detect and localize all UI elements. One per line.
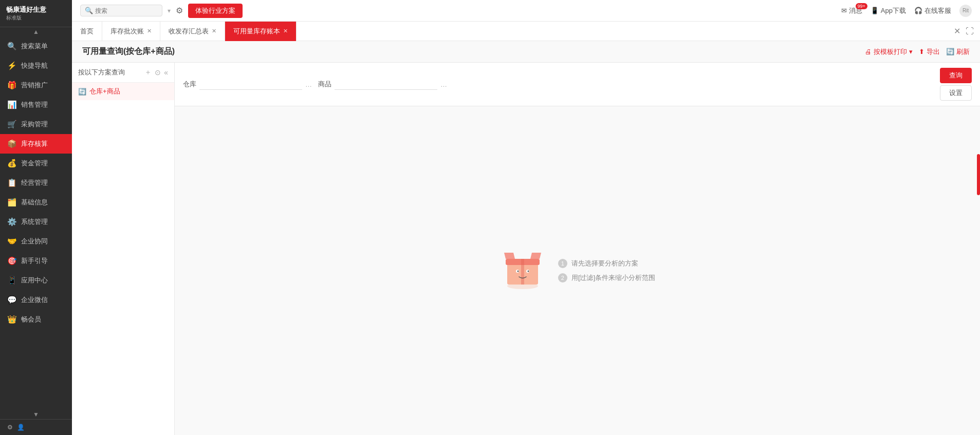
page-title: 可用量查询(按仓库+商品) [82, 46, 175, 57]
empty-box-illustration [500, 248, 546, 294]
sidebar-item-operation[interactable]: 📋经营管理 [0, 173, 72, 193]
topbar-chevron-icon[interactable]: ▾ [168, 7, 171, 14]
page-header-actions: 🖨 按模板打印 ▾ ⬆ 导出 🔄 刷新 [865, 47, 970, 56]
enterprise-icon: 🤝 [7, 237, 17, 246]
refresh-action[interactable]: 🔄 刷新 [946, 47, 970, 56]
tabs-expand-button[interactable]: ⛶ [964, 25, 976, 38]
finance-icon: 💰 [7, 159, 17, 168]
warehouse-more-button[interactable]: … [305, 81, 312, 88]
marketing-icon: 🎁 [7, 81, 17, 90]
product-more-button[interactable]: … [440, 81, 447, 88]
export-icon: ⬆ [919, 48, 924, 55]
topbar-gear-icon[interactable]: ⚙ [176, 6, 183, 15]
tab-summary[interactable]: 收发存汇总表✕ [160, 22, 225, 41]
message-button[interactable]: ✉ 消息 99+ [841, 6, 862, 15]
empty-tip-1: 1请先选择要分析的方案 [558, 259, 655, 268]
empty-tips: 1请先选择要分析的方案2用[过滤]条件来缩小分析范围 [558, 259, 655, 282]
app-download-button[interactable]: 📱 App下载 [871, 6, 906, 15]
scheme-item-warehouse-product[interactable]: 🔄仓库+商品 [72, 83, 174, 100]
tab-close-batch-icon[interactable]: ✕ [147, 28, 152, 34]
empty-state: 1请先选择要分析的方案2用[过滤]条件来缩小分析范围 [175, 106, 980, 435]
user-icon: 👤 [17, 424, 25, 431]
warehouse-input[interactable] [199, 79, 302, 90]
search-icon: 🔍 [85, 7, 93, 14]
tab-home[interactable]: 首页 [72, 22, 102, 41]
collapse-panel-button[interactable]: « [164, 68, 168, 77]
warehouse-filter: 仓库 … [183, 79, 312, 90]
tip-num-1: 1 [558, 259, 567, 268]
warehouse-label: 仓库 [183, 80, 196, 89]
online-support-button[interactable]: 🎧 在线客服 [914, 6, 951, 15]
basic-icon: 🗂️ [7, 198, 17, 207]
sidebar-item-system[interactable]: ⚙️系统管理 [0, 212, 72, 232]
filter-bar: 仓库 … 商品 … 查询 设置 [175, 63, 980, 106]
message-badge: 99+ [856, 3, 867, 9]
svg-marker-3 [504, 253, 515, 259]
left-panel-title: 按以下方案查询 [78, 68, 125, 77]
sidebar-item-sales[interactable]: 📊销售管理 [0, 95, 72, 115]
sidebar-item-inventory[interactable]: 📦库存核算 [0, 134, 72, 154]
avatar[interactable]: Rit [959, 5, 972, 17]
app-icon: 📱 [7, 276, 17, 285]
left-panel: 按以下方案查询 ＋ ⊙ « 🔄仓库+商品 [72, 63, 175, 435]
left-panel-actions: ＋ ⊙ « [144, 68, 168, 77]
search-input[interactable] [95, 7, 157, 14]
left-panel-header: 按以下方案查询 ＋ ⊙ « [72, 63, 174, 83]
product-filter: 商品 … [318, 79, 447, 90]
sidebar: 畅康通好生意 标准版 ▲ 🔍搜索菜单⚡快捷导航🎁营销推广📊销售管理🛒采购管理📦库… [0, 0, 72, 435]
query-button[interactable]: 查询 [940, 68, 972, 83]
purchase-icon: 🛒 [7, 120, 17, 129]
sidebar-item-enterprise[interactable]: 🤝企业协同 [0, 232, 72, 251]
sidebar-item-basic[interactable]: 🗂️基础信息 [0, 193, 72, 212]
app-icon: 📱 [871, 7, 879, 14]
content-area: 按以下方案查询 ＋ ⊙ « 🔄仓库+商品 仓库 … 商品 [72, 63, 980, 435]
tabs-bar: 首页库存批次账✕收发存汇总表✕可用量库存账本✕ ✕ ⛶ [72, 22, 980, 41]
brand-name: 畅康通好生意 [6, 5, 66, 14]
empty-tip-2: 2用[过滤]条件来缩小分析范围 [558, 273, 655, 282]
sidebar-item-newbie[interactable]: 🎯新手引导 [0, 251, 72, 271]
tab-close-summary-icon[interactable]: ✕ [212, 28, 216, 34]
sidebar-item-marketing[interactable]: 🎁营销推广 [0, 75, 72, 95]
sidebar-item-member[interactable]: 👑畅会员 [0, 310, 72, 329]
industry-solution-button[interactable]: 体验行业方案 [188, 4, 243, 18]
sidebar-item-search[interactable]: 🔍搜索菜单 [0, 36, 72, 56]
sidebar-item-finance[interactable]: 💰资金管理 [0, 154, 72, 173]
sidebar-item-app[interactable]: 📱应用中心 [0, 271, 72, 290]
tab-available[interactable]: 可用量库存账本✕ [225, 22, 297, 41]
message-icon: ✉ [841, 7, 847, 14]
sidebar-scroll-down[interactable]: ▼ [0, 410, 72, 419]
print-icon: 🖨 [865, 48, 872, 55]
inventory-icon: 📦 [7, 139, 17, 148]
tab-batch[interactable]: 库存批次账✕ [102, 22, 160, 41]
sidebar-item-shortcut[interactable]: ⚡快捷导航 [0, 56, 72, 75]
topbar-right: ✉ 消息 99+ 📱 App下载 🎧 在线客服 Rit [841, 5, 972, 17]
settings-scheme-button[interactable]: ⊙ [155, 68, 161, 77]
sidebar-nav: 🔍搜索菜单⚡快捷导航🎁营销推广📊销售管理🛒采购管理📦库存核算💰资金管理📋经营管理… [0, 36, 72, 410]
product-input[interactable] [335, 79, 437, 90]
sidebar-header: 畅康通好生意 标准版 [0, 0, 72, 27]
tab-close-available-icon[interactable]: ✕ [283, 28, 288, 34]
print-action[interactable]: 🖨 按模板打印 ▾ [865, 47, 913, 56]
setting-button[interactable]: 设置 [940, 85, 972, 101]
sidebar-item-purchase[interactable]: 🛒采购管理 [0, 115, 72, 134]
newbie-icon: 🎯 [7, 256, 17, 266]
right-scrollbar[interactable] [977, 154, 980, 195]
sidebar-scroll-up[interactable]: ▲ [0, 27, 72, 36]
svg-rect-5 [521, 259, 524, 285]
empty-state-content: 1请先选择要分析的方案2用[过滤]条件来缩小分析范围 [500, 248, 655, 294]
tabs-close-button[interactable]: ✕ [952, 24, 963, 38]
search-icon: 🔍 [7, 42, 17, 51]
right-panel: 仓库 … 商品 … 查询 设置 [175, 63, 980, 435]
tip-num-2: 2 [558, 273, 567, 282]
print-chevron-icon: ▾ [909, 48, 913, 55]
brand-sub: 标准版 [6, 14, 66, 22]
sidebar-item-wechat[interactable]: 💬企业微信 [0, 290, 72, 310]
shortcut-icon: ⚡ [7, 61, 17, 70]
settings-icon: ⚙ [7, 424, 13, 431]
system-icon: ⚙️ [7, 217, 17, 226]
wechat-icon: 💬 [7, 295, 17, 305]
product-label: 商品 [318, 80, 331, 89]
topbar-search-box: 🔍 [80, 5, 162, 16]
export-action[interactable]: ⬆ 导出 [919, 47, 940, 56]
add-scheme-button[interactable]: ＋ [144, 68, 152, 77]
